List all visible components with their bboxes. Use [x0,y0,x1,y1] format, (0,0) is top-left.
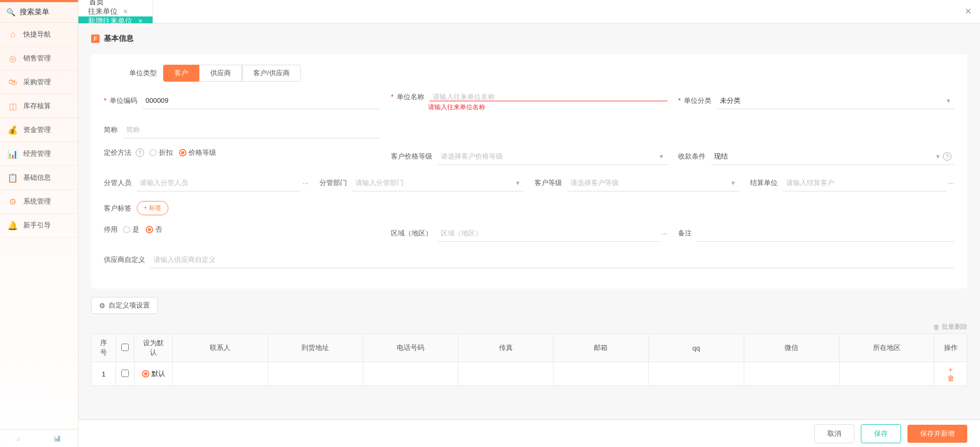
pricing-level-radio[interactable]: 价格等级 [179,148,216,157]
delete-row-btn[interactable]: 🗑 [945,374,957,382]
tab-bar: 首页往来单位✕新增往来单位✕ ✕ [78,0,980,23]
sidebar-home-btn[interactable]: ⌂ [17,435,21,442]
sidebar-item-finance[interactable]: 💰资金管理 [0,118,78,142]
custom-settings-btn[interactable]: ⚙ 自定义项设置 [91,297,158,314]
operations-icon: 📊 [7,148,18,159]
col-default: 设为默认 [135,334,173,362]
short-name-field: 简称 [104,121,380,138]
payment-terms-field: 收款条件 现结 ▼ ? [678,148,955,165]
address-input[interactable] [273,370,358,378]
sidebar-item-label-new-guide: 新手引导 [23,221,51,230]
dept-placeholder: 请输入分管部门 [355,178,515,188]
save-button[interactable]: 保存 [861,424,901,443]
pricing-discount-radio[interactable]: 折扣 [149,148,173,157]
supplier-custom-input[interactable] [150,251,955,268]
row-default: 默认 [135,362,173,386]
save-new-button[interactable]: 保存并新增 [907,425,967,443]
settlement-dots-btn[interactable]: ··· [948,179,955,187]
unit-code-field: * 单位编码 [104,92,380,109]
batch-delete-row[interactable]: 🗑 批量删除 [91,322,967,331]
unit-name-input-box [430,93,667,101]
unit-name-input[interactable] [430,93,667,101]
tab-home[interactable]: 首页 [78,0,153,7]
no-radio-circle [146,226,153,233]
main-area: 首页往来单位✕新增往来单位✕ ✕ F 基本信息 单位类型 客户 供应商 客户/供… [78,0,980,447]
short-name-input[interactable] [123,121,380,138]
select-all-checkbox[interactable] [121,344,129,351]
sidebar-item-label-purchase: 采购管理 [23,77,51,87]
customer-level-label: 客户等级 [534,178,562,188]
unit-category-field: * 单位分类 未分类 ▼ [678,92,955,109]
col-fax: 传真 [458,334,554,362]
region-field: 区域（地区） ··· [391,225,667,242]
form-row-6: 停用 是 否 区域（地区） [104,225,955,242]
sidebar-item-new-guide[interactable]: 🔔新手引导 [0,214,78,238]
sidebar-item-purchase[interactable]: 🛍采购管理 [0,71,78,94]
add-row-btn[interactable]: + [947,365,955,374]
customer-level-placeholder: 请选择客户等级 [571,178,730,188]
sidebar-stats-btn[interactable]: 📊 [54,435,61,442]
manager-input[interactable] [137,174,300,191]
default-label: 默认 [152,369,165,379]
dept-dropdown-icon: ▼ [515,180,521,186]
customer-level-select[interactable]: 请选择客户等级 ▼ [567,174,740,191]
type-btn-supplier[interactable]: 供应商 [199,65,242,82]
customer-price-select[interactable]: 请选择客户价格等级 ▼ [438,148,667,165]
type-btn-customer[interactable]: 客户 [163,65,199,82]
row-checkbox-input[interactable] [121,370,129,377]
gear-icon: ⚙ [99,302,105,310]
unit-name-error-msg: 请输入往来单位名称 [428,103,485,112]
settlement-input[interactable] [783,174,947,191]
pricing-discount-label: 折扣 [159,148,173,157]
disabled-no-radio[interactable]: 否 [146,225,162,234]
form-row-5: 客户标签 + 标签 [104,201,955,215]
contact-table: 序号 设为默认 联系人 到货地址 电话号码 传真 邮箱 qq 微信 所在地区 操… [91,334,967,386]
customer-price-label: 客户价格等级 [391,152,432,161]
level-radio-circle [179,149,186,156]
form-row-3: 定价方法 ? 折扣 价格等级 [104,148,955,165]
unit-code-input[interactable] [142,92,380,109]
radio-yes-label: 是 [132,225,139,234]
region-input[interactable] [438,225,659,242]
phone-input[interactable] [369,370,453,378]
location-input[interactable] [845,370,929,378]
sidebar-search[interactable]: 🔍 搜索菜单 [0,2,78,23]
fax-input[interactable] [464,370,548,378]
dept-select[interactable]: 请输入分管部门 ▼ [352,174,524,191]
home-icon: ⌂ [17,435,21,442]
sidebar-item-system[interactable]: ⚙系统管理 [0,190,78,214]
sidebar-item-operations[interactable]: 📊经营管理 [0,142,78,166]
disabled-yes-radio[interactable]: 是 [123,225,139,234]
sidebar-item-inventory[interactable]: ◫库存核算 [0,94,78,118]
short-name-label: 简称 [104,125,118,135]
sidebar-item-quick-nav[interactable]: ⌂快捷导航 [0,23,78,47]
col-phone: 电话号码 [363,334,458,362]
row-fax [458,362,554,386]
batch-delete-label: 批量删除 [942,322,967,331]
qq-input[interactable] [654,370,738,378]
unit-category-select[interactable]: 未分类 ▼ [717,92,955,109]
sidebar-item-basic-info[interactable]: 📋基础信息 [0,166,78,190]
cancel-button[interactable]: 取消 [814,424,854,443]
sidebar-item-sales[interactable]: ◎销售管理 [0,47,78,71]
pricing-help-icon[interactable]: ? [136,148,144,157]
tab-bar-close-btn[interactable]: ✕ [956,6,980,16]
row-phone [363,362,458,386]
row-email [554,362,649,386]
tab-contacts[interactable]: 往来单位✕ [78,7,153,16]
default-radio-circle[interactable] [142,370,149,378]
contact-input[interactable] [178,370,262,378]
manager-dots-btn[interactable]: ··· [302,179,309,187]
payment-terms-help-icon[interactable]: ? [943,152,951,161]
type-btn-both[interactable]: 客户/供应商 [242,65,301,82]
section-icon: F [91,34,100,43]
form-row-7: 供应商自定义 [104,251,955,268]
region-dots-btn[interactable]: ··· [661,229,667,238]
payment-terms-select[interactable]: 现结 ▼ ? [711,148,955,165]
email-input[interactable] [559,370,643,378]
add-tag-btn[interactable]: + 标签 [137,201,168,215]
remarks-input[interactable] [697,225,955,242]
tab-close-contacts[interactable]: ✕ [123,8,128,15]
sidebar-item-label-system: 系统管理 [23,197,51,206]
wechat-input[interactable] [750,370,834,378]
